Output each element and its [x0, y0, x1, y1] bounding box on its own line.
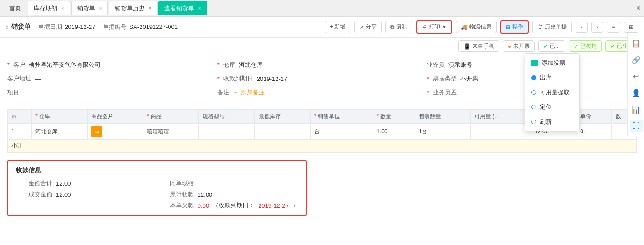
- window-close-button[interactable]: ×: [636, 4, 640, 12]
- logistics-button[interactable]: 🚚 物流信息: [456, 21, 497, 33]
- payment-box: 收款信息 金额合计 12.00 同单现结 —— 成交金额 12.00: [7, 160, 307, 216]
- check-icon: ✓: [543, 43, 548, 50]
- cell-min-stock: [254, 124, 310, 140]
- ops-dropdown: 添加发票 出库 可用量提取 定位 刷新: [525, 53, 580, 131]
- col-product: * 商品: [143, 110, 198, 124]
- sidebar-icon-clipboard[interactable]: 📋: [630, 37, 643, 50]
- cell-price: 0.: [576, 124, 612, 140]
- tab-close-sales-order[interactable]: ×: [99, 5, 102, 11]
- col-unit: * 销售单位: [310, 110, 373, 124]
- sidebar-icon-chart[interactable]: 📊: [630, 103, 643, 116]
- sidebar-icon-link[interactable]: 🔗: [630, 53, 643, 66]
- payment-same-order-row: 同单现结 ——: [157, 179, 299, 188]
- form-header: ↕ 销货单 单据日期 2019-12-27 单据编号 SA-20191227-0…: [0, 17, 644, 38]
- address-field: 客户地址 —: [7, 74, 217, 83]
- share-icon: ↗: [359, 24, 364, 30]
- payment-total-row: 金额合计 12.00: [16, 179, 157, 188]
- cell-avail: [471, 124, 531, 140]
- not-open-button[interactable]: ● 未开票: [503, 40, 535, 52]
- tab-close-sales-history[interactable]: ×: [148, 5, 152, 11]
- list-view-button[interactable]: ≡: [607, 22, 620, 33]
- form-number: 单据编号 SA-20191227-001: [103, 23, 178, 31]
- history-button[interactable]: ⏱ 历史单据: [532, 21, 572, 33]
- sidebar-icon-expand[interactable]: ⛶: [630, 120, 643, 132]
- dropdown-refresh[interactable]: 刷新: [525, 114, 579, 129]
- check-button[interactable]: ✓ 已...: [538, 40, 565, 52]
- right-sidebar: 📋 🔗 ↩ 👤 📊 ⛶: [627, 33, 644, 136]
- warehouse-field: * 仓库 河北仓库: [217, 61, 427, 69]
- outbound-icon: [531, 75, 536, 80]
- col-pkg-qty: 包装数量: [415, 110, 470, 124]
- grid-view-button[interactable]: ⊞: [624, 22, 638, 33]
- from-phone-button[interactable]: 📱 来自手机: [458, 40, 499, 52]
- cell-seq: 1: [8, 124, 32, 140]
- locate-icon: [531, 105, 536, 109]
- share-button[interactable]: ↗ 分享: [354, 21, 382, 33]
- tab-close-view-sales[interactable]: ×: [198, 5, 201, 11]
- customer-field: * 客户 柳州粤港平安气体有限公司: [7, 61, 217, 69]
- print-button[interactable]: 🖨 打印 ▼: [416, 20, 452, 34]
- payment-cumulative-row: 累计收款 12.00: [157, 190, 299, 199]
- due-date-field: * 收款到期日 2019-12-27: [217, 74, 427, 83]
- sidebar-icon-return[interactable]: ↩: [630, 70, 643, 83]
- effective-icon: ✓: [610, 43, 615, 50]
- ops-box: ⊞ 操作: [500, 20, 529, 34]
- grid-icon: ⊞: [506, 24, 510, 30]
- plus-icon: ＋: [233, 88, 239, 97]
- copy-button[interactable]: ⧉ 复制: [385, 21, 412, 33]
- tab-home[interactable]: 首页: [4, 1, 27, 15]
- form-meta: 单据日期 2019-12-27 单据编号 SA-20191227-001: [38, 23, 178, 31]
- cell-qty: 1.00: [373, 124, 415, 140]
- tab-view-sales[interactable]: 查看销货单 ×: [158, 1, 207, 15]
- col-settings[interactable]: ⚙: [8, 110, 32, 124]
- dropdown-outbound[interactable]: 出库: [525, 70, 579, 85]
- col-warehouse: * 仓库: [32, 110, 87, 124]
- print-dropdown-icon: ▼: [442, 24, 446, 29]
- content-area: ↕ 销货单 单据日期 2019-12-27 单据编号 SA-20191227-0…: [0, 17, 644, 245]
- add-button[interactable]: + 新增: [325, 21, 350, 33]
- project-field: 项目 —: [7, 88, 217, 97]
- payment-deal-row: 成交金额 12.00: [16, 190, 157, 199]
- avail-extract-icon: [531, 90, 536, 95]
- payment-owed-row: 本单欠款 0.00 （收款到期日： 2019-12-27 ）: [157, 201, 299, 210]
- phone-icon: 📱: [463, 43, 470, 50]
- product-image: 🏷: [91, 126, 102, 137]
- tab-inventory-init[interactable]: 库存期初 ×: [28, 1, 70, 15]
- history-icon: ⏱: [537, 24, 543, 30]
- check-circle-icon: ✓: [574, 43, 578, 50]
- already-sold-button[interactable]: ✓ 已核销: [569, 40, 602, 52]
- note-field: 备注 ＋ 添加备注: [217, 88, 427, 97]
- add-note-button[interactable]: ＋ 添加备注: [233, 88, 265, 97]
- cell-unit: 台: [310, 124, 373, 140]
- subtotal-label: 小计: [8, 140, 637, 153]
- truck-icon: 🚚: [461, 24, 468, 30]
- col-spec: 规格型号: [199, 110, 254, 124]
- cell-img: 🏷: [87, 124, 143, 140]
- dropdown-avail-extract[interactable]: 可用量提取: [525, 85, 579, 100]
- payment-section: 收款信息 金额合计 12.00 同单现结 —— 成交金额 12.00: [0, 153, 644, 220]
- refresh-icon: [531, 120, 536, 124]
- cell-product: 嘻嘻嘻嘻: [143, 124, 198, 140]
- prev-button[interactable]: ‹: [576, 22, 588, 33]
- dropdown-locate[interactable]: 定位: [525, 100, 579, 114]
- copy-icon: ⧉: [390, 24, 395, 30]
- col-min-stock: 最低库存: [254, 110, 310, 124]
- tab-close-inventory-init[interactable]: ×: [61, 5, 64, 11]
- payment-title: 收款信息: [16, 166, 299, 175]
- toolbar: + 新增 ↗ 分享 ⧉ 复制 🖨 打印 ▼ 🚚 物流信息: [325, 20, 638, 34]
- cell-warehouse: 河北仓库: [32, 124, 87, 140]
- tab-sales-order[interactable]: 销货单 ×: [71, 1, 108, 15]
- cell-pkg-qty: 1台: [415, 124, 470, 140]
- col-avail: 可用量 (...: [471, 110, 531, 124]
- gear-icon: ⚙: [11, 114, 17, 120]
- form-date: 单据日期 2019-12-27: [38, 23, 96, 31]
- col-img: 商品图片: [87, 110, 143, 124]
- sales-order-icon: ↕: [6, 23, 9, 31]
- dropdown-add-invoice[interactable]: 添加发票: [525, 56, 579, 70]
- sidebar-icon-user[interactable]: 👤: [630, 86, 643, 99]
- next-button[interactable]: ›: [591, 22, 603, 33]
- cell-spec: [199, 124, 254, 140]
- col-price: 单价: [576, 110, 612, 124]
- tab-sales-history[interactable]: 销货单历史 ×: [109, 1, 158, 15]
- ops-button[interactable]: ⊞ 操作: [501, 21, 528, 33]
